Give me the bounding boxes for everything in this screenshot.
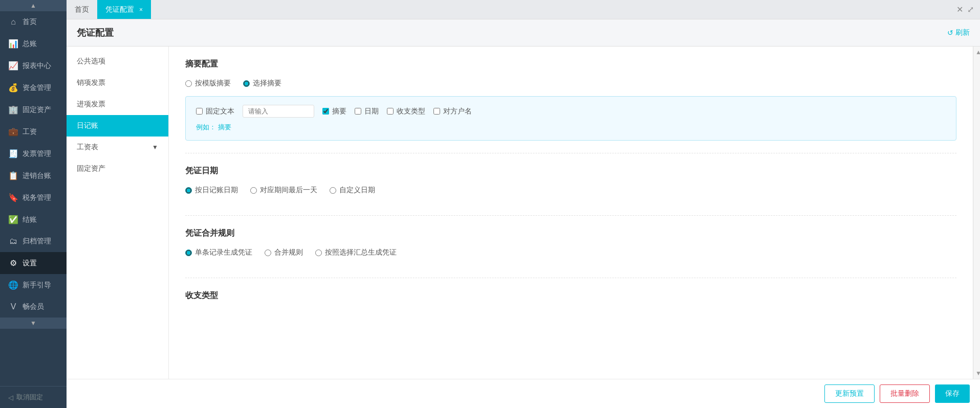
scroll-up-arrow[interactable]: ▲	[973, 47, 980, 58]
scroll-down-arrow[interactable]: ▼	[973, 368, 980, 379]
update-preview-button[interactable]: 更新预置	[824, 384, 875, 403]
template-mode-radio[interactable]	[185, 80, 192, 87]
single-record-radio[interactable]	[185, 250, 192, 256]
home-icon: ⌂	[8, 17, 18, 27]
sales-ledger-icon: 📋	[8, 171, 18, 180]
sidebar-scroll-up[interactable]: ▲	[0, 0, 67, 11]
by-selection-radio[interactable]	[315, 250, 322, 256]
custom-date-option[interactable]: 自定义日期	[330, 186, 375, 195]
sidebar-item-sales-ledger[interactable]: 📋 进销台账	[0, 165, 67, 187]
tax-mgmt-icon: 🔖	[8, 193, 18, 202]
by-selection-option[interactable]: 按照选择汇总生成凭证	[315, 248, 397, 257]
nav-item-public-options[interactable]: 公共选项	[67, 51, 168, 72]
counterpart-checkbox[interactable]	[433, 108, 440, 115]
sidebar-item-assets[interactable]: 🏢 固定资产	[0, 99, 67, 121]
sidebar-item-settings[interactable]: ⚙ 设置	[0, 252, 67, 274]
scroll-track: ▲ ▼	[973, 47, 980, 379]
ledger-icon: 📊	[8, 39, 18, 49]
voucher-merge-section: 凭证合并规则 单条记录生成凭证 合并规则 按照选择汇总生成凭证	[185, 228, 956, 278]
settlement-icon: ✅	[8, 215, 18, 224]
pin-icon: ◁	[8, 394, 13, 401]
nav-item-purchase-invoice[interactable]: 进项发票	[67, 94, 168, 115]
single-record-option[interactable]: 单条记录生成凭证	[185, 248, 252, 257]
refresh-button[interactable]: ↺ 刷新	[947, 28, 970, 37]
date-checkbox-option[interactable]: 日期	[355, 107, 379, 116]
right-content: 摘要配置 按模版摘要 选择摘要 固定文本	[169, 47, 973, 379]
funds-icon: 💰	[8, 83, 18, 93]
batch-delete-button[interactable]: 批量删除	[880, 384, 930, 403]
window-controls: ✕ ⤢	[956, 5, 980, 14]
voucher-merge-title: 凭证合并规则	[185, 228, 956, 239]
sidebar-item-archive[interactable]: 🗂 归档管理	[0, 231, 67, 252]
voucher-date-section: 凭证日期 按日记账日期 对应期间最后一天 自定义日期	[185, 166, 956, 216]
voucher-date-options-row: 按日记账日期 对应期间最后一天 自定义日期	[185, 186, 956, 195]
template-mode-option[interactable]: 按模版摘要	[185, 79, 231, 88]
tab-voucher-config[interactable]: 凭证配置 ×	[97, 0, 151, 19]
guide-icon: 🌐	[8, 280, 18, 290]
salary-icon: 💼	[8, 127, 18, 137]
tab-home[interactable]: 首页	[67, 0, 97, 19]
voucher-merge-options-row: 单条记录生成凭证 合并规则 按照选择汇总生成凭证	[185, 248, 956, 257]
counterpart-checkbox-option[interactable]: 对方户名	[433, 107, 472, 116]
summary-config-box: 固定文本 摘要 日期 收支类型	[185, 96, 956, 141]
assets-icon: 🏢	[8, 105, 18, 115]
archive-icon: 🗂	[8, 237, 18, 246]
sidebar-item-tax-mgmt[interactable]: 🔖 税务管理	[0, 187, 67, 209]
income-type-section: 收支类型	[185, 290, 956, 323]
invoice-mgmt-icon: 🧾	[8, 149, 18, 158]
voucher-date-title: 凭证日期	[185, 166, 956, 176]
merge-rule-option[interactable]: 合并规则	[265, 248, 303, 257]
sidebar: ▲ ⌂ 首页 📊 总账 📈 报表中心 💰 资金管理 🏢 固定资产 💼 工资 🧾 …	[0, 0, 67, 408]
sidebar-item-guide[interactable]: 🌐 新手引导	[0, 274, 67, 296]
content-body: 公共选项 销项发票 进项发票 日记账 工资表 ▼ 固定资产 摘要配置	[67, 47, 980, 379]
sidebar-item-ledger[interactable]: 📊 总账	[0, 33, 67, 55]
expand-icon[interactable]: ⤢	[967, 5, 974, 14]
sidebar-item-reports[interactable]: 📈 报表中心	[0, 55, 67, 77]
reports-icon: 📈	[8, 61, 18, 71]
summary-config-section: 摘要配置 按模版摘要 选择摘要 固定文本	[185, 59, 956, 153]
nav-item-payroll-table[interactable]: 工资表 ▼	[67, 137, 168, 158]
nav-item-sales-invoice[interactable]: 销项发票	[67, 72, 168, 94]
by-journal-date-radio[interactable]	[185, 187, 192, 194]
member-icon: V	[8, 302, 18, 311]
tab-bar: 首页 凭证配置 × ✕ ⤢	[67, 0, 980, 19]
refresh-icon: ↺	[947, 29, 953, 37]
close-icon[interactable]: ✕	[956, 5, 963, 14]
tab-close-button[interactable]: ×	[139, 6, 143, 13]
select-mode-option[interactable]: 选择摘要	[243, 79, 281, 88]
last-day-radio[interactable]	[250, 187, 257, 194]
fixed-text-checkbox[interactable]	[196, 108, 203, 115]
bottom-actions: 更新预置 批量删除 保存	[67, 379, 980, 408]
sidebar-item-invoice-mgmt[interactable]: 🧾 发票管理	[0, 143, 67, 165]
settings-icon: ⚙	[8, 258, 18, 268]
save-button[interactable]: 保存	[935, 384, 970, 403]
sidebar-item-funds[interactable]: 💰 资金管理	[0, 77, 67, 99]
by-journal-date-option[interactable]: 按日记账日期	[185, 186, 238, 195]
last-day-option[interactable]: 对应期间最后一天	[250, 186, 317, 195]
date-checkbox[interactable]	[355, 108, 361, 115]
income-type-checkbox[interactable]	[387, 108, 394, 115]
summary-checkbox-option[interactable]: 摘要	[322, 107, 346, 116]
summary-checkboxes-row: 固定文本 摘要 日期 收支类型	[196, 105, 946, 118]
income-type-checkbox-option[interactable]: 收支类型	[387, 107, 425, 116]
sidebar-scroll-down[interactable]: ▼	[0, 318, 67, 329]
summary-config-title: 摘要配置	[185, 59, 956, 70]
sidebar-item-salary[interactable]: 💼 工资	[0, 121, 67, 143]
fixed-text-input[interactable]	[243, 105, 314, 118]
merge-rule-radio[interactable]	[265, 250, 271, 256]
fixed-text-option[interactable]: 固定文本	[196, 107, 234, 116]
sidebar-item-settlement[interactable]: ✅ 结账	[0, 209, 67, 231]
summary-mode-row: 按模版摘要 选择摘要	[185, 79, 956, 88]
page-title: 凭证配置	[77, 27, 114, 39]
sidebar-item-member[interactable]: V 畅会员	[0, 296, 67, 318]
example-text: 例如： 摘要	[196, 123, 946, 132]
summary-checkbox[interactable]	[322, 108, 329, 115]
unpin-button[interactable]: ◁ 取消固定	[0, 386, 67, 408]
select-mode-radio[interactable]	[243, 80, 250, 87]
left-nav: 公共选项 销项发票 进项发票 日记账 工资表 ▼ 固定资产	[67, 47, 169, 379]
nav-item-fixed-assets[interactable]: 固定资产	[67, 158, 168, 179]
sidebar-item-home[interactable]: ⌂ 首页	[0, 11, 67, 33]
nav-item-journal[interactable]: 日记账	[67, 115, 168, 137]
content-header: 凭证配置 ↺ 刷新	[67, 19, 980, 47]
custom-date-radio[interactable]	[330, 187, 336, 194]
